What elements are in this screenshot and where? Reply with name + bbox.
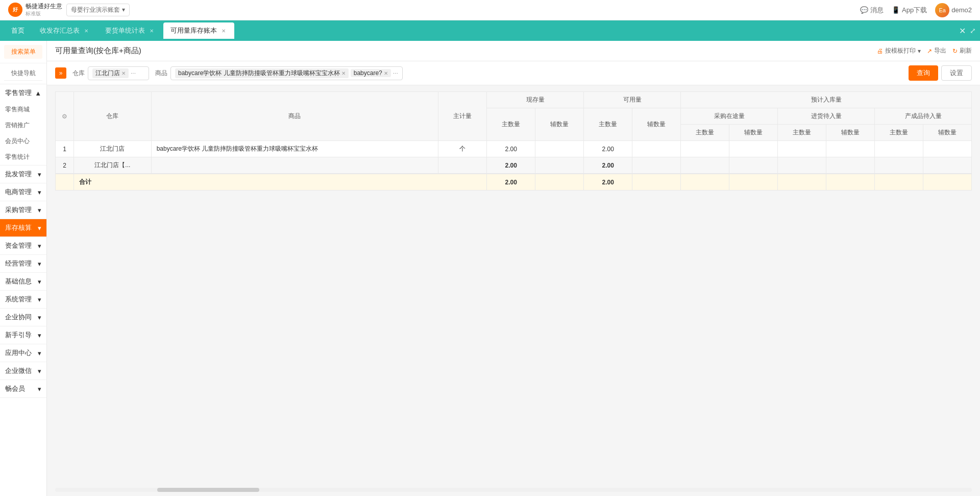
product-more-icon[interactable]: ··· <box>393 69 398 77</box>
tab-keyong-close[interactable]: ✕ <box>220 27 227 34</box>
filter-expand-button[interactable]: » <box>55 67 66 79</box>
top-bar: 好 畅捷通好生意 标准版 母婴行业演示账套 ▾ 💬 消息 📱 App下载 Ea … <box>0 0 980 20</box>
sidebar-section-diandian-title[interactable]: 电商管理 ▾ <box>0 183 46 201</box>
table-settings-icon[interactable]: ⚙ <box>62 113 67 120</box>
chevron-icon-changyuan: ▾ <box>38 385 41 393</box>
sidebar-section-xitong: 系统管理 ▾ <box>0 291 46 309</box>
filter-actions: 查询 设置 <box>909 65 972 81</box>
query-button[interactable]: 查询 <box>909 65 938 81</box>
message-icon: 💬 <box>860 6 868 14</box>
sidebar-section-zijin-title[interactable]: 资金管理 ▾ <box>0 237 46 254</box>
sidebar-section-lingxiao-title[interactable]: 零售管理 ▲ <box>0 84 46 102</box>
th-unit: 主计量 <box>438 92 487 141</box>
tab-keyong[interactable]: 可用量库存账本 ✕ <box>163 22 234 39</box>
product-tag-2-close[interactable]: ✕ <box>384 70 388 76</box>
sidebar-section-diandian: 电商管理 ▾ <box>0 183 46 201</box>
chevron-icon-xitong: ▾ <box>38 296 41 303</box>
warehouse-more-icon[interactable]: ··· <box>131 69 136 77</box>
tab-shoufacun[interactable]: 收发存汇总表 ✕ <box>33 22 97 39</box>
cell-pur-main-2 <box>681 157 729 174</box>
quick-nav-button[interactable]: 快捷导航 <box>4 66 42 81</box>
sidebar-section-qiye-title[interactable]: 企业协同 ▾ <box>0 309 46 326</box>
chevron-icon-kucun: ▾ <box>38 224 41 232</box>
th-production: 产成品待入量 <box>875 108 972 125</box>
tab-shoufacun-close[interactable]: ✕ <box>83 27 90 34</box>
sidebar-section-yingyong: 应用中心 ▾ <box>0 344 46 362</box>
refresh-label: 刷新 <box>960 46 972 55</box>
logo-area: 好 畅捷通好生意 标准版 <box>8 3 62 17</box>
chevron-icon-xinshou: ▾ <box>38 332 41 339</box>
sidebar-section-jingying-title[interactable]: 经营管理 ▾ <box>0 255 46 272</box>
chevron-icon-diandian: ▾ <box>38 188 41 196</box>
horizontal-scrollbar[interactable] <box>55 488 972 492</box>
tab-home[interactable]: 首页 <box>4 22 32 39</box>
chevron-icon-caigou: ▾ <box>38 206 41 214</box>
cell-pur-aux-2 <box>729 157 778 174</box>
sidebar-section-qiyeweixin: 企业微信 ▾ <box>0 362 46 380</box>
cell-stock-aux-1 <box>535 141 584 157</box>
cell-pur-main-1 <box>681 141 729 157</box>
tab-shoufacun-label: 收发存汇总表 <box>40 26 80 35</box>
product-input[interactable]: babycare学饮杯 儿童防摔防撞吸管杯重力球吸嘴杯宝宝水杯 ✕ babyca… <box>170 66 403 80</box>
product-tag-1-close[interactable]: ✕ <box>341 70 346 76</box>
settings-button[interactable]: 设置 <box>941 65 972 81</box>
warehouse-tag-close[interactable]: ✕ <box>121 70 126 76</box>
sidebar-section-pifa-title[interactable]: 批发管理 ▾ <box>0 166 46 183</box>
th-expected-group: 预计入库量 <box>681 92 972 108</box>
template-select[interactable]: 母婴行业演示账套 ▾ <box>66 4 130 16</box>
message-action[interactable]: 💬 消息 <box>860 6 884 15</box>
th-purchase-aux: 辅数量 <box>729 125 778 141</box>
print-template-button[interactable]: 🖨 按模板打印 ▾ <box>877 46 921 55</box>
page-actions: 🖨 按模板打印 ▾ ↗ 导出 ↻ 刷新 <box>877 46 972 55</box>
chevron-down-print: ▾ <box>918 48 921 55</box>
th-avail-aux: 辅数量 <box>632 108 681 141</box>
th-avail-main: 主数量 <box>584 108 632 141</box>
sidebar-section-caigou-title[interactable]: 采购管理 ▾ <box>0 201 46 219</box>
message-label: 消息 <box>870 6 884 15</box>
tab-yaohuo[interactable]: 要货单统计表 ✕ <box>98 22 162 39</box>
nav-expand-icon[interactable]: ⤢ <box>970 27 976 35</box>
chevron-icon-qiye: ▾ <box>38 314 41 321</box>
main-layout: 搜索菜单 快捷导航 零售管理 ▲ 零售商城 营销推广 会员中心 零售统计 批发管… <box>0 41 980 496</box>
sidebar-section-jichu-title[interactable]: 基础信息 ▾ <box>0 273 46 290</box>
sidebar-section-qiyeweixin-title[interactable]: 企业微信 ▾ <box>0 362 46 380</box>
cell-prod-main-2 <box>875 157 923 174</box>
footer-pur-aux <box>729 174 778 191</box>
sidebar-section-pifa: 批发管理 ▾ <box>0 166 46 183</box>
page-header: 可用量查询(按仓库+商品) 🖨 按模板打印 ▾ ↗ 导出 ↻ 刷新 <box>47 41 980 61</box>
sidebar-section-xitong-title[interactable]: 系统管理 ▾ <box>0 291 46 308</box>
sidebar-section-xinshou-title[interactable]: 新手引导 ▾ <box>0 326 46 344</box>
sidebar-item-tongji[interactable]: 零售统计 <box>0 149 46 165</box>
sidebar-item-lingxiao-shangcheng[interactable]: 零售商城 <box>0 102 46 117</box>
footer-stock-aux <box>535 174 584 191</box>
th-settings[interactable]: ⚙ <box>56 92 74 141</box>
th-purchase-transit: 采购在途量 <box>681 108 778 125</box>
tab-yaohuo-close[interactable]: ✕ <box>148 27 155 34</box>
th-stock-main: 主数量 <box>487 108 535 141</box>
tab-yaohuo-label: 要货单统计表 <box>105 26 145 35</box>
scroll-thumb[interactable] <box>157 488 259 492</box>
warehouse-input[interactable]: 江北门店 ✕ ··· <box>88 66 149 80</box>
app-download-action[interactable]: 📱 App下载 <box>892 6 927 15</box>
th-available-group: 可用量 <box>584 92 681 108</box>
nav-close-icon[interactable]: ✕ <box>959 26 966 36</box>
sidebar-section-yingyong-title[interactable]: 应用中心 ▾ <box>0 344 46 362</box>
chevron-icon-pifa: ▾ <box>38 171 41 178</box>
sidebar-section-changyuan-title[interactable]: 畅会员 ▾ <box>0 380 46 397</box>
export-button[interactable]: ↗ 导出 <box>927 46 946 55</box>
logo-icon: 好 <box>8 3 22 17</box>
user-menu[interactable]: Ea demo2 <box>935 3 972 17</box>
sidebar-item-yingxiao[interactable]: 营销推广 <box>0 117 46 133</box>
cell-avail-main-1: 2.00 <box>584 141 632 157</box>
refresh-button[interactable]: ↻ 刷新 <box>952 46 972 55</box>
search-menu-button[interactable]: 搜索菜单 <box>4 45 42 59</box>
print-label: 按模板打印 <box>885 46 916 55</box>
sidebar-section-caigou: 采购管理 ▾ <box>0 201 46 219</box>
chevron-icon-jingying: ▾ <box>38 260 41 268</box>
sidebar-section-jingying: 经营管理 ▾ <box>0 255 46 273</box>
product-tag-1: babycare学饮杯 儿童防摔防撞吸管杯重力球吸嘴杯宝宝水杯 ✕ <box>175 68 349 78</box>
sidebar-section-kucun-title[interactable]: 库存核算 ▾ <box>0 219 46 237</box>
cell-stock-aux-2 <box>535 157 584 174</box>
sidebar-item-huiyuan[interactable]: 会员中心 <box>0 133 46 149</box>
cell-avail-aux-1 <box>632 141 681 157</box>
